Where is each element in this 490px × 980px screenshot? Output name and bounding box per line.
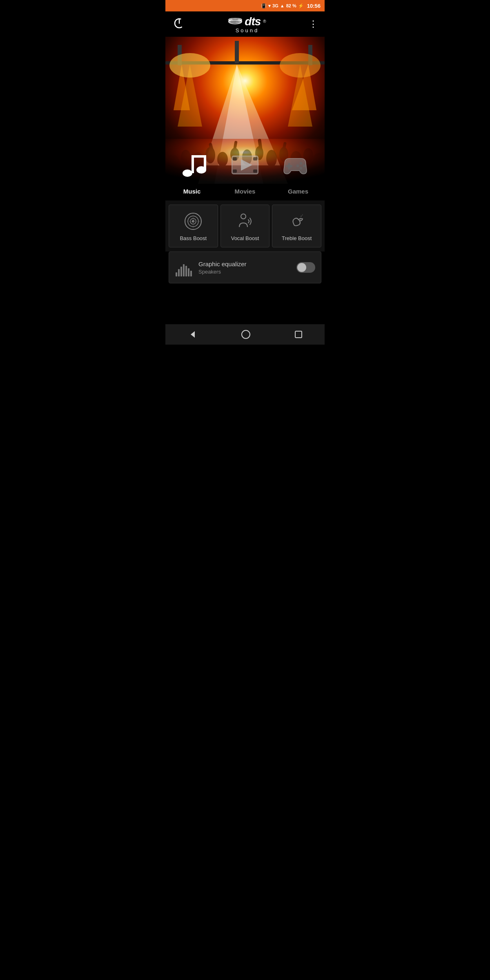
svg-text:♪: ♪ (302, 214, 303, 216)
network-icon: 3G (272, 3, 278, 8)
eq-row[interactable]: Graphic equalizer Speakers (169, 252, 321, 283)
feature-cards: Bass Boost Vocal Boost ♪ ♪ (165, 200, 325, 252)
svg-rect-71 (190, 271, 192, 276)
mode-games-label[interactable]: Games (272, 188, 325, 195)
svg-point-73 (242, 330, 250, 339)
svg-point-62 (299, 218, 301, 220)
vocal-boost-card[interactable]: Vocal Boost (220, 205, 270, 247)
time-display: 10:56 (307, 3, 321, 9)
svg-rect-68 (183, 264, 185, 276)
mode-icons (165, 150, 325, 184)
games-label: Games (288, 188, 308, 195)
svg-rect-42 (204, 155, 206, 170)
bass-boost-label: Bass Boost (180, 235, 207, 241)
bass-boost-card[interactable]: Bass Boost (169, 205, 218, 247)
status-bar: 📳 ▾ 3G ▲ 82 % ⚡ 10:56 (165, 0, 325, 11)
signal-icon: 📳 (261, 3, 267, 9)
back-button[interactable] (179, 325, 205, 343)
svg-rect-9 (235, 41, 239, 63)
svg-rect-70 (188, 268, 189, 276)
svg-point-54 (296, 165, 299, 167)
dts-logo: dts ® Sound (228, 15, 266, 33)
treble-boost-label: Treble Boost (282, 235, 312, 241)
more-options-button[interactable]: ⋮ (309, 19, 317, 29)
movies-label: Movies (235, 188, 256, 195)
svg-marker-72 (191, 331, 195, 338)
music-label: Music (183, 188, 201, 195)
vocal-boost-label: Vocal Boost (231, 235, 259, 241)
mode-movies-label[interactable]: Movies (218, 188, 272, 195)
dts-sound-label: Sound (236, 27, 259, 33)
svg-point-38 (183, 169, 192, 177)
eq-text-block: Graphic equalizer Speakers (198, 261, 291, 275)
eq-toggle[interactable] (296, 262, 315, 273)
eq-subtitle: Speakers (198, 269, 291, 275)
eq-title: Graphic equalizer (198, 261, 291, 267)
mode-music[interactable] (169, 150, 220, 180)
battery-icon: ⚡ (298, 3, 304, 9)
equalizer-icon (175, 258, 193, 276)
mode-games[interactable] (270, 150, 321, 180)
recent-button[interactable] (286, 326, 311, 343)
svg-rect-66 (178, 269, 180, 276)
svg-point-61 (241, 214, 246, 219)
bass-boost-icon (184, 212, 202, 230)
svg-point-51 (300, 162, 303, 165)
svg-rect-45 (233, 169, 237, 173)
svg-rect-74 (295, 331, 302, 338)
power-button[interactable] (173, 17, 186, 31)
svg-rect-67 (180, 267, 182, 276)
svg-point-53 (300, 167, 303, 170)
concert-area (165, 37, 325, 184)
eq-toggle-knob (297, 263, 306, 272)
svg-point-17 (169, 53, 210, 78)
mode-movies[interactable] (220, 150, 270, 180)
network-arrow-icon: ▲ (280, 3, 285, 8)
svg-rect-44 (233, 157, 237, 160)
svg-rect-69 (185, 266, 187, 276)
app-bar: dts ® Sound ⋮ (165, 11, 325, 37)
svg-rect-40 (192, 155, 194, 173)
treble-boost-card[interactable]: ♪ ♪ Treble Boost (272, 205, 321, 247)
modes-row: Music Movies Games (165, 184, 325, 200)
svg-rect-65 (176, 272, 177, 276)
svg-point-52 (303, 165, 306, 167)
svg-rect-50 (286, 165, 292, 167)
mode-music-label[interactable]: Music (165, 188, 218, 195)
treble-boost-icon: ♪ ♪ (288, 212, 306, 230)
bottom-nav (165, 324, 325, 345)
svg-rect-46 (253, 157, 257, 160)
battery-text: 82 % (286, 3, 296, 8)
svg-rect-41 (192, 155, 204, 158)
svg-rect-47 (253, 169, 257, 173)
home-button[interactable] (233, 325, 259, 343)
svg-point-18 (280, 53, 321, 78)
wifi-icon: ▾ (268, 3, 271, 9)
vocal-boost-icon (236, 212, 254, 230)
